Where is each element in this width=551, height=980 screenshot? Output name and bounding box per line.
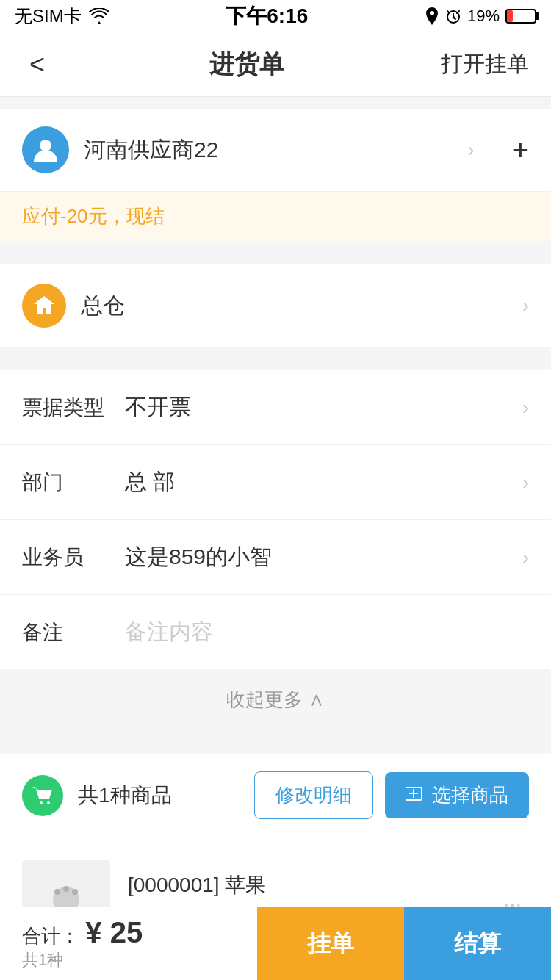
battery-label: 19% xyxy=(467,7,500,26)
bottom-bar: 合计： ¥ 25 共1种 挂单 结算 xyxy=(0,907,551,980)
battery-icon xyxy=(505,9,536,24)
page-title: 进货单 xyxy=(209,48,284,82)
hang-button[interactable]: 挂单 xyxy=(257,907,404,981)
cart-icon xyxy=(31,784,54,807)
remark-label: 备注 xyxy=(22,619,110,646)
total-count: 共1种 xyxy=(22,949,235,971)
invoice-type-row[interactable]: 票据类型 不开票 › xyxy=(0,370,551,445)
divider-2 xyxy=(0,241,551,253)
person-icon xyxy=(31,135,60,165)
add-supplier-button[interactable]: + xyxy=(497,134,529,167)
remark-row[interactable]: 备注 备注内容 xyxy=(0,595,551,669)
svg-point-3 xyxy=(47,801,50,804)
open-hang-button[interactable]: 打开挂单 xyxy=(441,49,529,79)
divider-1 xyxy=(0,97,551,109)
sales-row[interactable]: 业务员 这是859的小智 › xyxy=(0,520,551,595)
home-icon xyxy=(32,294,56,317)
total-row: 合计： ¥ 25 xyxy=(22,916,235,949)
dept-row[interactable]: 部门 总 部 › xyxy=(0,445,551,520)
supplier-row[interactable]: 河南供应商22 › + xyxy=(0,109,551,192)
back-button[interactable]: < xyxy=(22,42,52,87)
invoice-type-label: 票据类型 xyxy=(22,394,110,422)
warehouse-name: 总仓 xyxy=(81,291,522,321)
svg-point-1 xyxy=(40,140,51,151)
wifi-icon xyxy=(89,8,109,24)
supplier-section: 河南供应商22 › + 应付-20元，现结 xyxy=(0,109,551,241)
product-code: [0000001] xyxy=(128,873,220,896)
nav-bar: < 进货单 打开挂单 xyxy=(0,32,551,97)
collapse-bar[interactable]: 收起更多 ∧ xyxy=(0,669,551,730)
checkout-button[interactable]: 结算 xyxy=(404,907,551,981)
warehouse-icon xyxy=(22,284,66,328)
total-label: 合计： xyxy=(22,925,79,947)
status-time: 下午6:16 xyxy=(226,2,308,30)
status-right: 19% xyxy=(425,7,536,26)
divider-3 xyxy=(0,347,551,359)
sales-value: 这是859的小智 xyxy=(125,542,522,572)
svg-point-2 xyxy=(40,801,43,804)
products-icon xyxy=(22,775,63,816)
content-wrapper: 河南供应商22 › + 应付-20元，现结 总仓 › 票据类型 不开票 › 部门 xyxy=(0,97,551,980)
network-label: 无SIM卡 xyxy=(15,4,82,28)
warehouse-row[interactable]: 总仓 › xyxy=(0,264,551,347)
supplier-chevron-icon: › xyxy=(467,138,474,162)
sales-label: 业务员 xyxy=(22,544,110,572)
svg-point-6 xyxy=(63,886,69,892)
total-section: 合计： ¥ 25 共1种 xyxy=(0,916,257,971)
sales-chevron-icon: › xyxy=(522,546,529,569)
select-products-button[interactable]: 选择商品 xyxy=(385,772,529,818)
invoice-chevron-icon: › xyxy=(522,396,529,419)
payment-notice: 应付-20元，现结 xyxy=(0,192,551,241)
divider-4 xyxy=(0,730,551,742)
alarm-icon xyxy=(445,8,461,24)
select-cart-icon xyxy=(406,787,426,804)
product-title: 苹果 xyxy=(225,873,266,896)
status-bar: 无SIM卡 下午6:16 19% xyxy=(0,0,551,32)
dept-value: 总 部 xyxy=(125,467,522,497)
svg-point-8 xyxy=(72,889,78,895)
supplier-name: 河南供应商22 xyxy=(84,135,467,165)
products-count-label: 共1种商品 xyxy=(78,782,254,810)
modify-detail-button[interactable]: 修改明细 xyxy=(254,771,373,819)
form-section: 票据类型 不开票 › 部门 总 部 › 业务员 这是859的小智 › 备注 备注… xyxy=(0,370,551,669)
invoice-type-value: 不开票 xyxy=(125,392,522,422)
warehouse-chevron-icon: › xyxy=(522,294,529,317)
dept-chevron-icon: › xyxy=(522,471,529,494)
total-amount: ¥ 25 xyxy=(85,916,143,948)
status-left: 无SIM卡 xyxy=(15,4,109,28)
select-btn-label: 选择商品 xyxy=(432,782,508,808)
dept-label: 部门 xyxy=(22,469,110,497)
svg-point-7 xyxy=(54,889,60,895)
product-name: [0000001] 苹果 xyxy=(128,871,496,899)
products-header: 共1种商品 修改明细 选择商品 xyxy=(0,754,551,837)
remark-input[interactable]: 备注内容 xyxy=(125,617,529,647)
warehouse-section: 总仓 › xyxy=(0,264,551,347)
location-icon xyxy=(425,7,439,25)
supplier-avatar xyxy=(22,126,69,173)
